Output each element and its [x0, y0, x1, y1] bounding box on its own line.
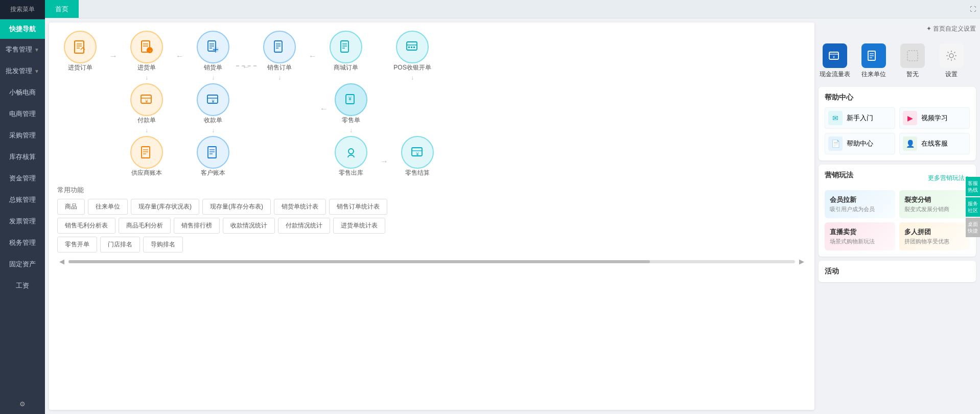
sidebar-item-ecom-small[interactable]: 小畅电商 [0, 82, 45, 103]
func-btn-sales-rank[interactable]: 销售排行榜 [174, 218, 220, 234]
help-item-video[interactable]: ▶ 视频学习 [899, 107, 970, 129]
quick-icon-units[interactable]: 往来单位 [857, 43, 890, 79]
func-btn-sales-order-stat[interactable]: 销售订单统计表 [329, 199, 387, 215]
workflow-node-pos[interactable]: POS收银开单 [389, 31, 435, 72]
sidebar-item-label: 批发管理 [6, 66, 32, 76]
node-label-retail-settlement: 零售结算 [405, 169, 430, 177]
workflow-node-retail-settlement[interactable]: ¥ 零售结算 [394, 136, 440, 177]
func-btn-retail-order[interactable]: 零售开单 [57, 237, 97, 252]
node-label-retail-out: 零售出库 [339, 169, 363, 177]
func-btn-guide-rank[interactable]: 导购排名 [143, 237, 183, 252]
help-item-service[interactable]: 👤 在线客服 [899, 133, 970, 154]
marketing-item-group[interactable]: 多人拼团 拼团购物享受优惠 [899, 222, 970, 250]
node-icon-payment: ¥ [130, 83, 163, 116]
func-btn-purchase-stat[interactable]: 进货单统计表 [333, 218, 385, 234]
none-label: 暂无 [906, 70, 919, 79]
sidebar-item-tax[interactable]: 税务管理 [0, 232, 45, 254]
func-buttons-row3: 零售开单 门店排名 导购排名 [57, 237, 806, 252]
func-btn-goods[interactable]: 商品 [57, 199, 85, 215]
workflow-node-customer-book[interactable]: 客户账本 [190, 136, 236, 177]
sidebar-item-ledger[interactable]: 总账管理 [0, 189, 45, 211]
func-btn-receipt-stat[interactable]: 收款情况统计 [223, 218, 275, 234]
settings-icon: ⚙ [19, 400, 26, 408]
scroll-track[interactable] [68, 260, 795, 263]
func-btn-sales-profit[interactable]: 销售毛利分析表 [57, 218, 115, 234]
func-btn-store-rank[interactable]: 门店排名 [100, 237, 140, 252]
func-btn-goods-profit[interactable]: 商品毛利分析 [119, 218, 171, 234]
sidebar-item-payroll[interactable]: 工资 [0, 275, 45, 296]
workflow-node-purchase[interactable]: → 进货单 [124, 31, 170, 72]
sidebar: 搜索菜单 快捷导航 零售管理 ▼ 批发管理 ▼ 小畅电商 电商管理 采购管理 库… [0, 0, 45, 414]
func-btn-stock-status[interactable]: 现存量(库存状况表) [131, 199, 199, 215]
sidebar-item-finance[interactable]: 资金管理 [0, 168, 45, 189]
main-area: 首页 ⛶ 进货订单 → [45, 0, 980, 414]
quick-icon-none[interactable]: 暂无 [896, 43, 929, 79]
float-btn-service[interactable]: 客服热线 [966, 177, 980, 196]
sidebar-item-wholesale[interactable]: 批发管理 ▼ [0, 60, 45, 82]
sidebar-item-purchase[interactable]: 采购管理 [0, 125, 45, 146]
sidebar-item-invoice[interactable]: 发票管理 [0, 211, 45, 232]
sidebar-item-inventory[interactable]: 库存核算 [0, 146, 45, 168]
workflow-node-purchase-order[interactable]: 进货订单 [57, 31, 103, 72]
svg-rect-41 [208, 147, 216, 158]
marketing-item-fission[interactable]: 裂变分销 裂变式发展分销商 [899, 190, 970, 218]
func-buttons-row1: 商品 往来单位 现存量(库存状况表) 现存量(库存分布表) 销货单统计表 销售订… [57, 199, 806, 215]
help-item-beginner[interactable]: ✉ 新手入门 [825, 107, 895, 129]
spacer [236, 127, 328, 134]
workflow-node-retail[interactable]: ¥ 零售单 [328, 83, 374, 125]
sidebar-settings-button[interactable]: ⚙ [0, 394, 45, 414]
node-label-purchase-order: 进货订单 [68, 63, 92, 72]
workflow-node-sales[interactable]: 销货单 [190, 31, 236, 72]
v-arrow-sales: ↓ [190, 74, 236, 81]
sidebar-item-label: 资金管理 [9, 174, 36, 183]
svg-text:¥: ¥ [348, 96, 352, 102]
sidebar-item-assets[interactable]: 固定资产 [0, 254, 45, 275]
workflow-node-receipt[interactable]: ¥ 收款单 [190, 83, 236, 125]
quick-icon-settings[interactable]: 设置 [935, 43, 968, 79]
float-btn-community[interactable]: 服务社区 [966, 197, 980, 217]
node-icon-sales [197, 31, 229, 63]
sidebar-item-retail[interactable]: 零售管理 ▼ [0, 39, 45, 60]
svg-rect-16 [274, 41, 282, 52]
node-label-mall-order: 商城订单 [334, 63, 358, 72]
workflow-node-sales-order[interactable]: 销售订单 [256, 31, 302, 72]
workflow-node-retail-out[interactable]: 零售出库 [328, 136, 374, 177]
svg-rect-0 [75, 41, 84, 53]
workflow-node-payment[interactable]: ¥ 付款单 [124, 83, 170, 125]
node-label-payment: 付款单 [137, 116, 156, 125]
workflow-node-mall-order[interactable]: 商城订单 [323, 31, 369, 72]
settings-label: 设置 [945, 70, 958, 79]
marketing-item-member[interactable]: 会员拉新 吸引用户成为会员 [825, 190, 895, 218]
customize-settings-bar[interactable]: ✦ 首页自定义设置 [819, 22, 976, 35]
svg-rect-26 [408, 47, 410, 48]
scroll-left-arrow[interactable]: ◀ [57, 257, 66, 266]
func-btn-sales-stat[interactable]: 销货单统计表 [274, 199, 326, 215]
v-arrow-pos: ↓ [389, 74, 435, 81]
sidebar-item-ecom[interactable]: 电商管理 [0, 103, 45, 125]
node-icon-supplier-book [130, 136, 163, 169]
service-icon: 👤 [903, 136, 917, 151]
workflow-panel: 进货订单 → → 进货单 ← [49, 22, 814, 410]
scroll-right-arrow[interactable]: ▶ [797, 257, 806, 266]
marketing-item-live[interactable]: 直播卖货 场景式购物新玩法 [825, 222, 895, 250]
quick-icon-cashflow[interactable]: ¥ 现金流量表 [819, 43, 851, 79]
arrow-retail-to-settlement: → [374, 157, 394, 166]
fullscreen-icon[interactable]: ⛶ [970, 6, 976, 13]
func-btn-units[interactable]: 往来单位 [88, 199, 128, 215]
func-buttons-row2: 销售毛利分析表 商品毛利分析 销售排行榜 收款情况统计 付款情况统计 进货单统计… [57, 218, 806, 234]
float-btn-desktop[interactable]: 桌面快捷 [966, 218, 980, 237]
workflow-node-supplier-book[interactable]: 供应商账本 [124, 136, 170, 177]
marketing-item-group-desc: 拼团购物享受优惠 [904, 238, 965, 245]
arrow-pos-to-retail: ← [236, 104, 328, 113]
node-icon-purchase-order [64, 31, 97, 63]
func-btn-stock-dist[interactable]: 现存量(库存分布表) [202, 199, 271, 215]
marketing-item-fission-desc: 裂变式发展分销商 [904, 205, 965, 213]
marketing-more-link[interactable]: 更多营销玩法 > [928, 174, 970, 182]
sidebar-search[interactable]: 搜索菜单 [0, 0, 45, 19]
tab-home[interactable]: 首页 [45, 0, 79, 18]
marketing-grid: 会员拉新 吸引用户成为会员 裂变分销 裂变式发展分销商 直播卖货 场景式购物新玩… [825, 190, 970, 250]
func-btn-payment-stat[interactable]: 付款情况统计 [278, 218, 330, 234]
help-item-help[interactable]: 📄 帮助中心 [825, 133, 895, 154]
arrow-sales-to-purchase: ← [170, 52, 190, 61]
help-grid: ✉ 新手入门 ▶ 视频学习 📄 帮助中心 👤 在线客服 [825, 107, 970, 154]
